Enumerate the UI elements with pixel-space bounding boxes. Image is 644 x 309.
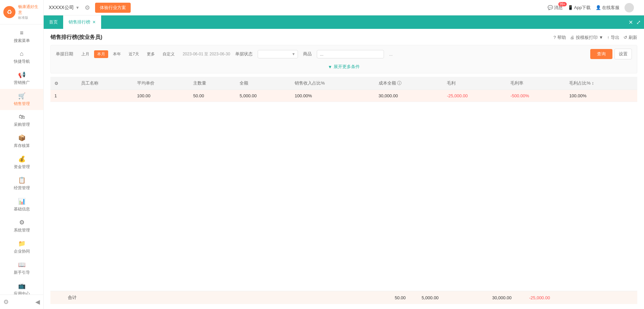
collapse-icon[interactable]: ◀: [35, 298, 40, 306]
app-download-button[interactable]: 📱 App下载: [568, 5, 591, 11]
message-icon: 💬: [548, 5, 553, 10]
logo-icon: ♻: [3, 6, 15, 18]
logo: ♻ 畅康通好生意 标准版: [0, 0, 43, 24]
main-area: XXXXX公司 ▼ ⚙ 体验行业方案 💬 消息 99+ 📱 App下载 👤 在线…: [44, 0, 644, 309]
print-button[interactable]: 🖨 按模板打印 ▼: [570, 35, 603, 41]
sidebar-label-3: 销售管理: [14, 101, 30, 107]
tab-maximize-icon[interactable]: ⤢: [636, 19, 641, 25]
date-btn-this-month[interactable]: 本月: [94, 50, 108, 58]
table-footer-row: 合计 50.00 5,000.00 30,000.00 -25,000.00: [50, 291, 637, 304]
app-icon: 📱: [568, 5, 573, 10]
sidebar-item-0[interactable]: ≡搜索菜单: [0, 26, 43, 47]
table-settings-icon[interactable]: ⚙: [54, 81, 58, 86]
col-gross-pct: 毛利占比% ↕: [565, 77, 637, 90]
company-arrow-icon: ▼: [76, 5, 80, 10]
logo-text: 畅康通好生意: [18, 4, 40, 15]
content-spacer: [50, 197, 637, 291]
print-label: 按模板打印: [576, 35, 598, 41]
tab-sales-ranking[interactable]: 销售排行榜 ✕: [63, 15, 101, 29]
status-select-wrapper: ▼: [258, 50, 298, 58]
company-selector[interactable]: XXXXX公司 ▼: [49, 5, 80, 11]
topbar: XXXXX公司 ▼ ⚙ 体验行业方案 💬 消息 99+ 📱 App下载 👤 在线…: [44, 0, 644, 15]
status-select[interactable]: [258, 50, 298, 58]
help-icon: ?: [553, 35, 556, 40]
cost-info-icon[interactable]: ⓘ: [397, 81, 401, 86]
sidebar-item-7[interactable]: 📋经营管理: [0, 173, 43, 194]
refresh-label: 刷新: [629, 35, 637, 41]
cell-sales-pct-0: 100.00%: [291, 90, 374, 102]
sidebar-label-2: 营销推广: [14, 80, 30, 86]
col-sales-pct: 销售收入占比%: [291, 77, 374, 90]
tab-sales-ranking-label: 销售排行榜: [69, 19, 90, 25]
filter-row-1: 单据日期 上月 本月 本年 近7天 更多 自定义 2023-06-01 至 20…: [56, 49, 632, 59]
expand-label: 展开更多条件: [334, 64, 360, 70]
sidebar-item-1[interactable]: ⌂快捷导航: [0, 47, 43, 68]
refresh-button[interactable]: ↺ 刷新: [624, 35, 637, 41]
sidebar-item-4[interactable]: 🛍采购管理: [0, 110, 43, 131]
sidebar-icon-2: 📢: [18, 71, 26, 79]
avatar[interactable]: [625, 3, 634, 12]
sidebar-item-9[interactable]: ⚙系统管理: [0, 215, 43, 237]
export-icon: ↑: [607, 35, 610, 40]
sidebar-item-3[interactable]: 🛒销售管理: [0, 89, 43, 110]
gross-pct-sort-icon[interactable]: ↕: [592, 81, 594, 86]
cell-qty-0: 50.00: [189, 90, 235, 102]
sidebar-icon-9: ⚙: [19, 219, 25, 226]
sidebar-item-6[interactable]: 💰资金管理: [0, 152, 43, 173]
tab-home[interactable]: 首页: [44, 15, 63, 29]
date-btn-custom[interactable]: 自定义: [160, 50, 178, 58]
date-btn-more[interactable]: 更多: [144, 50, 158, 58]
footer-label: 合计: [68, 295, 361, 301]
sidebar-item-11[interactable]: 📖新手引导: [0, 258, 43, 279]
tab-home-label: 首页: [49, 19, 58, 25]
col-amount: 全额: [235, 77, 291, 90]
sidebar-item-10[interactable]: 📁企业协同: [0, 237, 43, 258]
sidebar-item-12[interactable]: 📺应用中心: [0, 279, 43, 295]
sidebar-item-8[interactable]: 📊基础信息: [0, 194, 43, 215]
col-gross-rate: 毛利率: [506, 77, 565, 90]
sidebar-icon-4: 🛍: [19, 113, 25, 120]
data-table: ⚙ 员工名称 平均单价 主数量 全额 销售收入占比% 成本全额 ⓘ 毛利 毛利率…: [50, 77, 637, 102]
table-head: ⚙ 员工名称 平均单价 主数量 全额 销售收入占比% 成本全额 ⓘ 毛利 毛利率…: [50, 77, 637, 90]
page-actions: ? 帮助 🖨 按模板打印 ▼ ↑ 导出 ↺ 刷新: [553, 35, 637, 41]
sidebar-label-1: 快捷导航: [14, 59, 30, 64]
topbar-settings-icon[interactable]: ⚙: [85, 4, 90, 11]
table-body: 1 100.00 50.00 5,000.00 100.00% 30,000.0…: [50, 90, 637, 102]
date-btn-last-month[interactable]: 上月: [78, 50, 92, 58]
settings-icon[interactable]: ⚙: [3, 298, 9, 306]
logo-sub: 标准版: [18, 15, 40, 20]
online-service-button[interactable]: 👤 在线客服: [596, 5, 619, 11]
cell-cost-0: 30,000.00: [375, 90, 443, 102]
sidebar-icon-1: ⌂: [20, 50, 24, 57]
trial-button[interactable]: 体验行业方案: [95, 3, 131, 13]
tab-close-icon[interactable]: ✕: [92, 20, 96, 24]
sidebar-icon-3: 🛒: [18, 92, 26, 100]
date-filter-buttons: 上月 本月 本年 近7天 更多 自定义: [78, 50, 178, 58]
sidebar-icon-5: 📦: [18, 134, 26, 142]
export-button[interactable]: ↑ 导出: [607, 35, 620, 41]
col-name: 员工名称: [77, 77, 133, 90]
cell-gross-pct-0: 100.00%: [565, 90, 637, 102]
tab-close-all-icon[interactable]: ✕: [629, 19, 633, 25]
expand-filter-button[interactable]: ▼ 展开更多条件: [328, 64, 360, 70]
date-btn-this-year[interactable]: 本年: [110, 50, 124, 58]
print-arrow-icon: ▼: [599, 35, 603, 40]
cell-avg-0: 100.00: [133, 90, 189, 102]
col-settings: ⚙: [50, 77, 77, 90]
sidebar-icon-7: 📋: [18, 176, 26, 184]
sidebar-item-2[interactable]: 📢营销推广: [0, 68, 43, 89]
date-btn-7days[interactable]: 近7天: [126, 50, 142, 58]
content: 销售排行榜(按业务员) ? 帮助 🖨 按模板打印 ▼ ↑ 导出: [44, 29, 644, 309]
tabbar: 首页 销售排行榜 ✕ ✕ ⤢: [44, 15, 644, 29]
settings-button[interactable]: 设置: [614, 49, 632, 59]
goods-input[interactable]: [317, 50, 384, 58]
sidebar-label-12: 应用中心: [14, 291, 30, 295]
sidebar-item-5[interactable]: 📦库存核算: [0, 131, 43, 152]
query-button[interactable]: 查询: [590, 49, 612, 59]
message-button[interactable]: 💬 消息 99+: [548, 5, 563, 11]
sidebar-icon-12: 📺: [18, 282, 26, 290]
sidebar-icon-0: ≡: [20, 30, 24, 37]
help-button[interactable]: ? 帮助: [553, 35, 566, 41]
col-gross: 毛利: [443, 77, 506, 90]
sidebar-label-4: 采购管理: [14, 122, 30, 127]
